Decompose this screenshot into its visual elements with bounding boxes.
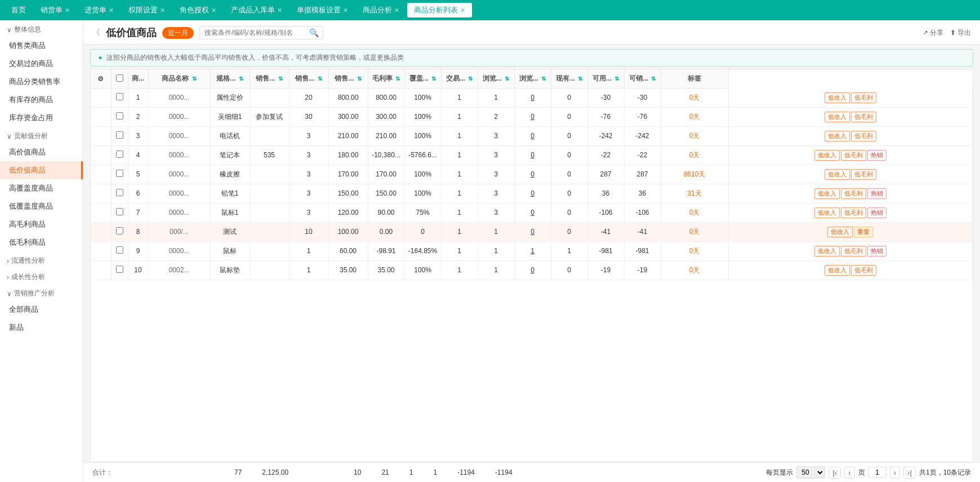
filter-recent-month-btn[interactable]: 近一月	[162, 27, 194, 39]
col-spec[interactable]: 规格... ⇅	[210, 69, 250, 89]
row-checkbox[interactable]	[116, 246, 123, 254]
col-browse1[interactable]: 浏览... ⇅	[478, 69, 514, 89]
row-checkbox[interactable]	[116, 112, 123, 120]
row-checkbox[interactable]	[116, 170, 123, 177]
col-browse2[interactable]: 浏览... ⇅	[514, 69, 551, 89]
nav-home[interactable]: 首页	[5, 3, 33, 17]
col-margin[interactable]: 毛利率 ⇅	[368, 69, 404, 89]
sidebar-item-low-value[interactable]: 低价值商品	[0, 161, 83, 179]
cell-code: 0000...	[148, 126, 210, 145]
cell-rownum: 8	[128, 222, 148, 241]
sidebar-item-high-margin[interactable]: 高毛利商品	[0, 215, 83, 233]
prev-page-btn[interactable]: ‹	[844, 467, 854, 479]
col-product-name[interactable]: 商品名称 ⇅	[148, 69, 210, 89]
cell-trade: 3	[478, 126, 514, 145]
cell-browse1[interactable]: 0	[514, 126, 551, 145]
cell-check	[111, 241, 128, 260]
browse1-link[interactable]: 0	[531, 228, 534, 236]
sidebar-item-sales-goods[interactable]: 销售类商品	[0, 37, 83, 55]
sidebar-item-stock-funds[interactable]: 库存资金占用	[0, 109, 83, 127]
page-number-input[interactable]	[868, 467, 887, 478]
row-checkbox[interactable]	[116, 208, 123, 215]
nav-roles[interactable]: 角色授权✕	[173, 3, 223, 17]
next-page-btn[interactable]: ›	[890, 467, 900, 479]
sidebar-group-overall[interactable]: ∨ 整体信息	[0, 20, 83, 37]
table-body: 1 0000... 属性定价 20 800.00 800.00 100% 1 1…	[91, 89, 973, 280]
sidebar-item-low-margin[interactable]: 低毛利商品	[0, 233, 83, 251]
header-actions: ↗ 分享 ⬆ 导出	[923, 28, 971, 38]
row-checkbox[interactable]	[116, 266, 123, 273]
sidebar-group-contribution[interactable]: ∨ 贡献值分析	[0, 127, 83, 143]
last-page-btn[interactable]: ›|	[903, 467, 916, 479]
first-page-btn[interactable]: |‹	[828, 467, 841, 479]
nav-analysis-list[interactable]: 商品分析列表✕	[407, 3, 472, 17]
col-settings[interactable]: ⚙	[91, 69, 111, 89]
cell-browse1[interactable]: 0	[514, 107, 551, 126]
cell-browse1[interactable]: 0	[514, 184, 551, 203]
row-checkbox[interactable]	[116, 227, 123, 235]
sidebar-item-new-goods[interactable]: 新品	[0, 319, 83, 337]
cell-browse1[interactable]: 0	[514, 260, 551, 280]
browse1-link[interactable]: 1	[531, 247, 534, 255]
cell-s2: 210.00	[328, 126, 368, 145]
row-checkbox[interactable]	[116, 131, 123, 139]
row-checkbox[interactable]	[116, 93, 123, 100]
browse1-link[interactable]: 0	[531, 151, 534, 159]
cell-cover: 1	[441, 260, 478, 280]
sidebar-item-all-goods[interactable]: 全部商品	[0, 300, 83, 319]
col-stock1[interactable]: 现有... ⇅	[551, 69, 587, 89]
page-size-select[interactable]: 50 100 200	[796, 466, 825, 479]
sidebar-item-high-value[interactable]: 高价值商品	[0, 143, 83, 161]
cell-browse1[interactable]: 0	[514, 222, 551, 241]
sidebar-collapse-btn[interactable]: 《	[92, 28, 100, 38]
search-input[interactable]	[199, 26, 323, 39]
col-sales2[interactable]: 销售... ⇅	[289, 69, 328, 89]
sidebar-item-traded-goods[interactable]: 交易过的商品	[0, 55, 83, 73]
sidebar-item-low-coverage[interactable]: 低覆盖度商品	[0, 197, 83, 215]
col-sales3[interactable]: 销售... ⇅	[328, 69, 368, 89]
browse1-link[interactable]: 0	[531, 132, 534, 140]
sidebar-item-high-coverage[interactable]: 高覆盖度商品	[0, 179, 83, 197]
nav-permissions[interactable]: 权限设置✕	[122, 3, 172, 17]
cell-browse1[interactable]: 1	[514, 241, 551, 260]
nav-sales[interactable]: 销货单✕	[34, 3, 77, 17]
share-btn[interactable]: ↗ 分享	[923, 28, 943, 38]
browse1-link[interactable]: 0	[531, 170, 534, 178]
sidebar-item-stock-goods[interactable]: 有库存的商品	[0, 91, 83, 109]
sidebar-group-flow[interactable]: › 流通性分析	[0, 251, 83, 268]
cell-browse1[interactable]: 0	[514, 145, 551, 165]
export-btn[interactable]: ⬆ 导出	[950, 28, 971, 38]
cell-browse1[interactable]: 0	[514, 89, 551, 108]
cell-name: 鼠标1	[210, 203, 250, 222]
sidebar-group-growth[interactable]: › 成长性分析	[0, 268, 83, 284]
nav-purchase[interactable]: 进货单✕	[78, 3, 121, 17]
cell-margin: 100%	[404, 260, 441, 280]
browse1-link[interactable]: 0	[531, 209, 534, 216]
browse1-link[interactable]: 0	[531, 113, 534, 121]
row-checkbox[interactable]	[116, 151, 123, 158]
cell-browse1[interactable]: 0	[514, 165, 551, 184]
browse1-link[interactable]: 0	[531, 189, 534, 197]
nav-template[interactable]: 单据模板设置✕	[290, 3, 355, 17]
select-all-checkbox[interactable]	[116, 74, 123, 82]
nav-inbound[interactable]: 产成品入库单✕	[224, 3, 289, 17]
search-icon[interactable]: 🔍	[309, 28, 319, 37]
nav-close-sales[interactable]: ✕	[65, 7, 70, 14]
table-row: 1 0000... 属性定价 20 800.00 800.00 100% 1 1…	[91, 89, 973, 108]
sidebar-group-marketing[interactable]: ∨ 营销推广分析	[0, 284, 83, 300]
cell-browse1[interactable]: 0	[514, 203, 551, 222]
col-stock2[interactable]: 可用... ⇅	[587, 69, 624, 89]
col-trade[interactable]: 交易... ⇅	[441, 69, 478, 89]
cell-stock2: -19	[624, 260, 661, 280]
cell-check	[111, 165, 128, 184]
cell-spec	[250, 89, 289, 108]
nav-product-analysis[interactable]: 商品分析✕	[356, 3, 406, 17]
col-stock3[interactable]: 可销... ⇅	[624, 69, 661, 89]
browse1-link[interactable]: 0	[531, 266, 534, 274]
table-wrap: ⚙ 商... 商品名称 ⇅ 规格... ⇅ 销售... ⇅ 销售... ⇅ 销售…	[90, 69, 973, 462]
row-checkbox[interactable]	[116, 189, 123, 196]
sidebar-item-category-rate[interactable]: 商品分类销售率	[0, 73, 83, 91]
col-coverage[interactable]: 覆盖... ⇅	[404, 69, 441, 89]
browse1-link[interactable]: 0	[531, 94, 534, 101]
col-sales1[interactable]: 销售... ⇅	[250, 69, 289, 89]
